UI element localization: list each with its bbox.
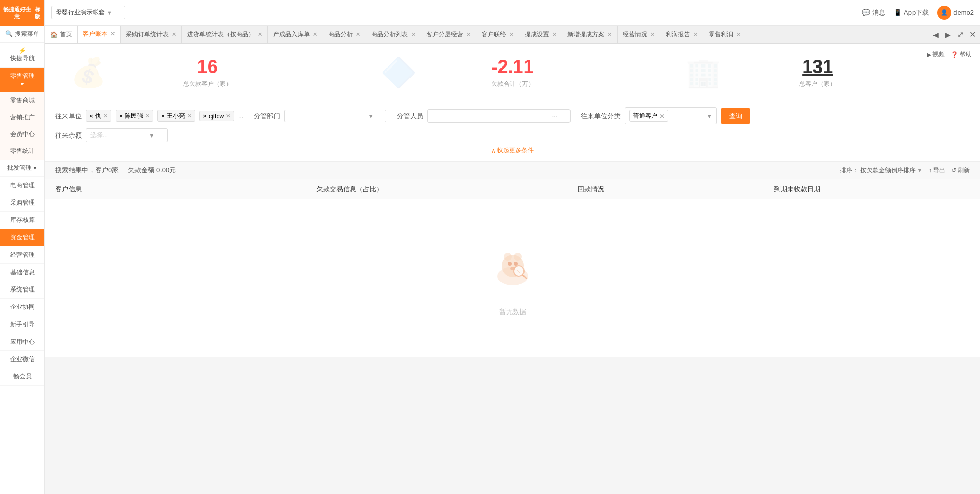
sidebar-item-marketing[interactable]: 营销推广 [0, 109, 44, 126]
tab-close-retail-profit[interactable]: ✕ [736, 31, 741, 38]
chevron-down-icon-sort: ▼ [917, 167, 923, 174]
filter-row-2: 往来余额 选择... ▼ [55, 128, 970, 142]
tab-goods-analysis-list[interactable]: 商品分析列表 ✕ [366, 26, 421, 44]
sidebar-item-newbie[interactable]: 新手引导 [0, 316, 44, 333]
tab-stock-stat[interactable]: 进货单统计表（按商品） ✕ [182, 26, 268, 44]
video-btn[interactable]: ▶ 视频 [927, 50, 945, 59]
filter-more-btn[interactable]: ... [238, 113, 243, 120]
sidebar-item-fund-mgmt[interactable]: 资金管理 [0, 229, 44, 246]
sidebar-item-sys-mgmt[interactable]: 系统管理 [0, 281, 44, 299]
tab-add-improve[interactable]: 新增提成方案 ✕ [562, 26, 618, 44]
stat-total-debt-customers: 💰 16 总欠款客户（家） [55, 52, 360, 93]
category-filter-label: 往来单位分类 [581, 111, 621, 121]
category-filter-select[interactable]: 普通客户 ✕ ▼ [625, 107, 717, 124]
sidebar-item-ecommerce-mgmt[interactable]: 电商管理 [0, 177, 44, 194]
tab-product-stock[interactable]: 产成品入库单 ✕ [268, 26, 323, 44]
sidebar-item-enterprise-coop[interactable]: 企业协同 [0, 299, 44, 316]
filter-tag-close-3[interactable]: ✕ [226, 113, 231, 119]
tab-close-improve-settings[interactable]: ✕ [552, 31, 557, 38]
export-btn[interactable]: ↑ 导出 [929, 166, 945, 175]
filter-tag-0: × 仇 ✕ [86, 110, 111, 122]
tab-close-add-improve[interactable]: ✕ [607, 31, 612, 38]
sidebar-item-enterprise-wechat[interactable]: 企业微信 [0, 351, 44, 368]
message-btn[interactable]: 💬 消息 [862, 8, 885, 17]
empty-state: 暂无数据 [45, 199, 980, 357]
account-dropdown[interactable]: 母婴行业演示帐套 ▼ [51, 6, 125, 19]
tab-retail-profit[interactable]: 零售利润 ✕ [703, 26, 746, 44]
tab-close-goods-analysis-list[interactable]: ✕ [411, 31, 416, 38]
sort-select[interactable]: 按欠款金额倒序排序 ▼ [860, 166, 923, 175]
sidebar-item-app-center[interactable]: 应用中心 [0, 333, 44, 351]
topbar: 母婴行业演示帐套 ▼ 💬 消息 📱 App下载 👤 demo2 [45, 0, 980, 26]
filter-tag-close-1[interactable]: ✕ [145, 113, 150, 119]
filter-dots-person[interactable]: ··· [552, 112, 558, 120]
dept-filter-select[interactable]: ▼ [284, 110, 386, 122]
chevron-down-icon-category: ▼ [706, 113, 712, 120]
empty-text: 暂无数据 [499, 307, 526, 317]
message-icon: 💬 [862, 9, 870, 16]
user-profile[interactable]: 👤 demo2 [937, 6, 974, 20]
tab-close-customer-tier[interactable]: ✕ [466, 31, 471, 38]
tab-close-purchase-order[interactable]: ✕ [172, 31, 176, 38]
tab-expand[interactable]: ⤢ [954, 29, 966, 40]
tab-close-product-stock[interactable]: ✕ [313, 31, 317, 38]
mobile-icon: 📱 [894, 9, 902, 16]
tab-customer-book[interactable]: 客户账本 ✕ [78, 26, 121, 44]
tab-customer-contact[interactable]: 客户联络 ✕ [476, 26, 519, 44]
th-due-date: 到期未收款日期 [774, 185, 970, 194]
sidebar-item-base-info[interactable]: 基础信息 [0, 264, 44, 281]
sidebar-item-retail-stats[interactable]: 零售统计 [0, 143, 44, 160]
collapse-btn[interactable]: ∧ 收起更多条件 [491, 146, 534, 155]
stat-bg-icon-2: 🔷 [381, 56, 417, 89]
svg-point-3 [514, 262, 518, 266]
sidebar-item-purchase-mgmt[interactable]: 采购管理 [0, 194, 44, 212]
chevron-down-icon-remainder: ▼ [149, 132, 155, 139]
stat-total-customers: 🏢 131 总客户（家） [665, 52, 970, 93]
help-btn[interactable]: ❓ 帮助 [951, 50, 972, 59]
tab-close-profit-report[interactable]: ✕ [693, 31, 698, 38]
tab-close-goods-analysis[interactable]: ✕ [356, 31, 360, 38]
chevron-down-icon-account: ▼ [107, 10, 112, 16]
sidebar-item-biz-mgmt[interactable]: 经营管理 [0, 246, 44, 264]
refresh-btn[interactable]: ↺ 刷新 [951, 166, 970, 175]
quick-nav-icon: ⚡ [18, 47, 26, 54]
tab-close-stock-stat[interactable]: ✕ [258, 31, 262, 38]
tab-goods-analysis[interactable]: 商品分析 ✕ [323, 26, 366, 44]
tab-home[interactable]: 🏠 首页 [45, 26, 78, 44]
th-debt-info: 欠款交易信息（占比） [316, 185, 578, 194]
tab-scroll-right[interactable]: ▶ [942, 29, 953, 40]
sidebar-item-inventory[interactable]: 库存核算 [0, 212, 44, 229]
sidebar-item-retail-store[interactable]: 零售商城 [0, 92, 44, 109]
chevron-down-icon-wholesale: ▼ [33, 165, 38, 171]
tab-profit-report[interactable]: 利润报告 ✕ [660, 26, 703, 44]
tab-close-biz-status[interactable]: ✕ [650, 31, 655, 38]
tab-close-customer-book[interactable]: ✕ [110, 31, 115, 37]
sidebar-item-vip-member[interactable]: 畅会员 [0, 368, 44, 386]
tab-purchase-order[interactable]: 采购订单统计表 ✕ [121, 26, 182, 44]
avatar: 👤 [937, 6, 951, 20]
tab-improve-settings[interactable]: 提成设置 ✕ [519, 26, 562, 44]
tab-customer-tier[interactable]: 客户分层经营 ✕ [421, 26, 476, 44]
person-filter-label: 分管人员 [397, 111, 423, 121]
customer-type-close[interactable]: ✕ [659, 113, 665, 120]
tab-close-customer-contact[interactable]: ✕ [509, 31, 514, 38]
app-download-btn[interactable]: 📱 App下载 [894, 8, 929, 17]
sidebar-item-retail-mgmt[interactable]: 零售管理 ▼ [0, 68, 44, 92]
sidebar-item-member-center[interactable]: 会员中心 [0, 126, 44, 143]
refresh-icon: ↺ [951, 167, 956, 174]
app-logo: 畅捷通好生意 标版 [0, 0, 44, 26]
sidebar-item-wholesale-mgmt[interactable]: 批发管理 ▼ [0, 160, 44, 177]
sidebar-item-quick-nav[interactable]: ⚡ 快捷导航 [0, 43, 44, 68]
filter-tag-close-2[interactable]: ✕ [187, 113, 192, 119]
export-icon: ↑ [929, 167, 932, 174]
query-button[interactable]: 查询 [721, 108, 750, 124]
chevron-down-icon-dept: ▼ [368, 113, 374, 120]
search-menu[interactable]: 🔍 搜索菜单 [0, 26, 44, 43]
tab-collapse[interactable]: ✕ [967, 29, 978, 40]
filter-tag-2: × 王小亮 ✕ [157, 110, 195, 122]
tab-biz-status[interactable]: 经营情况 ✕ [618, 26, 660, 44]
tab-scroll-left[interactable]: ◀ [930, 29, 941, 40]
filter-tag-close-0[interactable]: ✕ [103, 113, 108, 119]
remainder-filter-select[interactable]: 选择... ▼ [86, 128, 168, 142]
person-filter-select[interactable]: ··· [427, 109, 571, 123]
